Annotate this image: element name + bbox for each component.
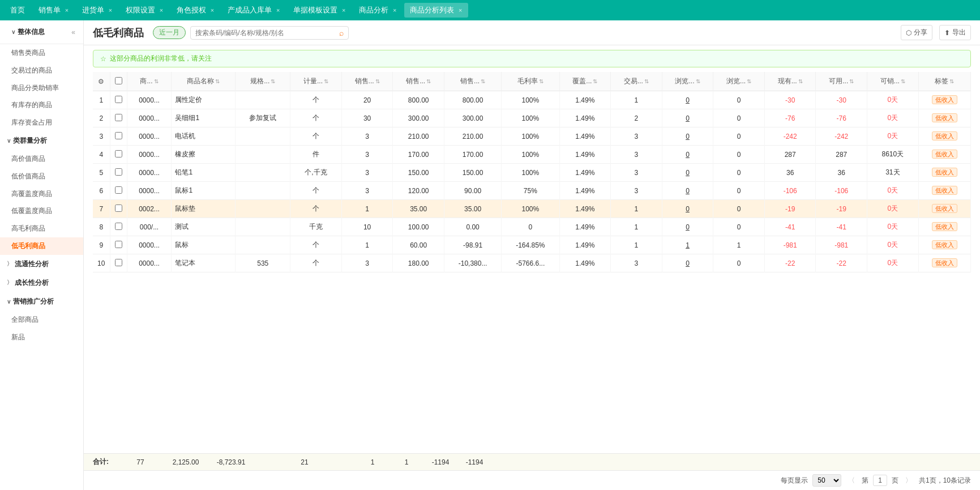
- nav-roles-close[interactable]: ×: [211, 7, 214, 14]
- row-checkbox[interactable]: [110, 254, 127, 272]
- table-row: 7 0002... 鼠标垫 个 1 35.00 35.00 100% 1.49%…: [93, 200, 971, 218]
- row-select-checkbox[interactable]: [115, 114, 122, 121]
- nav-permissions-close[interactable]: ×: [160, 7, 163, 14]
- export-button[interactable]: ⬆ 导出: [939, 25, 971, 40]
- nav-analysis-list-close[interactable]: ×: [459, 7, 462, 14]
- row-browse1[interactable]: 0: [662, 182, 713, 200]
- th-sales-cost[interactable]: 销售...⇅: [444, 72, 502, 91]
- row-checkbox[interactable]: [110, 182, 127, 200]
- th-days[interactable]: 可销...⇅: [867, 72, 919, 91]
- th-settings[interactable]: ⚙: [93, 72, 110, 91]
- nav-analysis-list[interactable]: 商品分析列表 ×: [404, 3, 468, 18]
- next-page-button[interactable]: 〉: [903, 475, 914, 487]
- sidebar-item-new-products[interactable]: 新品: [0, 329, 83, 346]
- th-coverage[interactable]: 覆盖...⇅: [559, 72, 611, 91]
- row-select-checkbox[interactable]: [115, 96, 122, 103]
- nav-sales-close[interactable]: ×: [65, 7, 69, 14]
- row-cost: -10,380...: [444, 254, 502, 272]
- search-icon[interactable]: ⌕: [339, 28, 344, 37]
- row-browse1[interactable]: 0: [662, 200, 713, 218]
- row-checkbox[interactable]: [110, 109, 127, 127]
- search-input[interactable]: [195, 29, 336, 37]
- th-code[interactable]: 商...⇅: [127, 72, 172, 91]
- sidebar-item-low-value[interactable]: 低价值商品: [0, 168, 83, 185]
- nav-purchase-close[interactable]: ×: [109, 7, 112, 14]
- share-button[interactable]: ⬡ 分享: [901, 25, 932, 40]
- row-browse1[interactable]: 0: [662, 109, 713, 127]
- row-checkbox[interactable]: [110, 146, 127, 164]
- row-select-checkbox[interactable]: [115, 204, 122, 212]
- th-stock[interactable]: 现有...⇅: [764, 72, 816, 91]
- sidebar-item-high-value[interactable]: 高价值商品: [0, 150, 83, 168]
- sidebar-item-low-coverage[interactable]: 低覆盖度商品: [0, 202, 83, 220]
- sidebar-group-cluster[interactable]: ∨ 类群量分析: [0, 131, 83, 150]
- sidebar-item-category-rate[interactable]: 商品分类助销率: [0, 79, 83, 97]
- row-browse1[interactable]: 0: [662, 164, 713, 182]
- th-trade[interactable]: 交易...⇅: [611, 72, 662, 91]
- tag-badge: 低收入: [932, 131, 957, 140]
- th-spec[interactable]: 规格...⇅: [236, 72, 290, 91]
- row-select-checkbox[interactable]: [115, 150, 122, 157]
- nav-analysis-close[interactable]: ×: [393, 7, 396, 14]
- row-checkbox[interactable]: [110, 218, 127, 236]
- row-select-checkbox[interactable]: [115, 259, 122, 266]
- th-sales-qty[interactable]: 销售...⇅: [341, 72, 393, 91]
- row-select-checkbox[interactable]: [115, 168, 122, 176]
- sidebar-item-in-stock[interactable]: 有库存的商品: [0, 96, 83, 114]
- sidebar-item-low-margin[interactable]: 低毛利商品: [0, 237, 83, 255]
- row-checkbox[interactable]: [110, 164, 127, 182]
- row-checkbox[interactable]: [110, 236, 127, 254]
- th-unit[interactable]: 计量...⇅: [290, 72, 342, 91]
- select-all-checkbox[interactable]: [115, 77, 122, 84]
- th-name[interactable]: 商品名称⇅: [172, 72, 236, 91]
- row-coverage: 3: [611, 254, 662, 272]
- per-page-select[interactable]: 50 100 200: [812, 474, 841, 487]
- prev-page-button[interactable]: 〈: [846, 475, 857, 487]
- sidebar-collapse-button[interactable]: «: [68, 25, 79, 40]
- row-checkbox[interactable]: [110, 91, 127, 109]
- row-select-checkbox[interactable]: [115, 186, 122, 194]
- row-browse1[interactable]: 0: [662, 218, 713, 236]
- row-avail: -76: [816, 109, 867, 127]
- sidebar-item-high-coverage[interactable]: 高覆盖度商品: [0, 185, 83, 203]
- nav-permissions[interactable]: 权限设置 ×: [120, 3, 169, 18]
- nav-analysis[interactable]: 商品分析 ×: [353, 3, 402, 18]
- nav-products[interactable]: 产成品入库单 ×: [222, 3, 285, 18]
- sidebar-group-growth[interactable]: 〉 成长性分析: [0, 274, 83, 292]
- filter-period-button[interactable]: 近一月: [153, 26, 186, 39]
- sidebar-item-traded[interactable]: 交易过的商品: [0, 62, 83, 79]
- th-avail[interactable]: 可用...⇅: [816, 72, 867, 91]
- row-select-checkbox[interactable]: [115, 241, 122, 248]
- th-tag[interactable]: 标签⇅: [918, 72, 970, 91]
- row-checkbox[interactable]: [110, 200, 127, 218]
- nav-templates[interactable]: 单据模板设置 ×: [288, 3, 351, 18]
- sidebar-group-marketing[interactable]: ∨ 营销推广分析: [0, 292, 83, 311]
- sidebar-item-high-margin[interactable]: 高毛利商品: [0, 220, 83, 237]
- row-browse1[interactable]: 0: [662, 254, 713, 272]
- th-browse1[interactable]: 浏览...⇅: [662, 72, 713, 91]
- sidebar-item-all-products[interactable]: 全部商品: [0, 311, 83, 329]
- row-browse1[interactable]: 0: [662, 127, 713, 146]
- row-browse2: 0: [713, 109, 765, 127]
- sidebar-group-flow[interactable]: 〉 流通性分析: [0, 255, 83, 274]
- row-browse1[interactable]: 1: [662, 236, 713, 254]
- row-browse1[interactable]: 0: [662, 91, 713, 109]
- sidebar-item-capital[interactable]: 库存资金占用: [0, 114, 83, 131]
- row-profit: 100%: [502, 109, 559, 127]
- row-select-checkbox[interactable]: [115, 132, 122, 139]
- nav-roles[interactable]: 角色授权 ×: [171, 3, 220, 18]
- th-sales-price[interactable]: 销售...⇅: [393, 72, 444, 91]
- nav-products-close[interactable]: ×: [276, 7, 280, 14]
- row-select-checkbox[interactable]: [115, 223, 122, 230]
- nav-purchase[interactable]: 进货单 ×: [76, 3, 118, 18]
- sidebar-item-sales-products[interactable]: 销售类商品: [0, 44, 83, 62]
- sidebar-group-overall[interactable]: ∨ 整体信息: [5, 23, 52, 41]
- nav-home[interactable]: 首页: [5, 3, 31, 18]
- row-checkbox[interactable]: [110, 127, 127, 146]
- th-checkbox[interactable]: [110, 72, 127, 91]
- nav-templates-close[interactable]: ×: [342, 7, 345, 14]
- th-margin[interactable]: 毛利率⇅: [502, 72, 559, 91]
- nav-sales[interactable]: 销售单 ×: [33, 3, 74, 18]
- th-browse2[interactable]: 浏览...⇅: [713, 72, 765, 91]
- row-browse1[interactable]: 0: [662, 146, 713, 164]
